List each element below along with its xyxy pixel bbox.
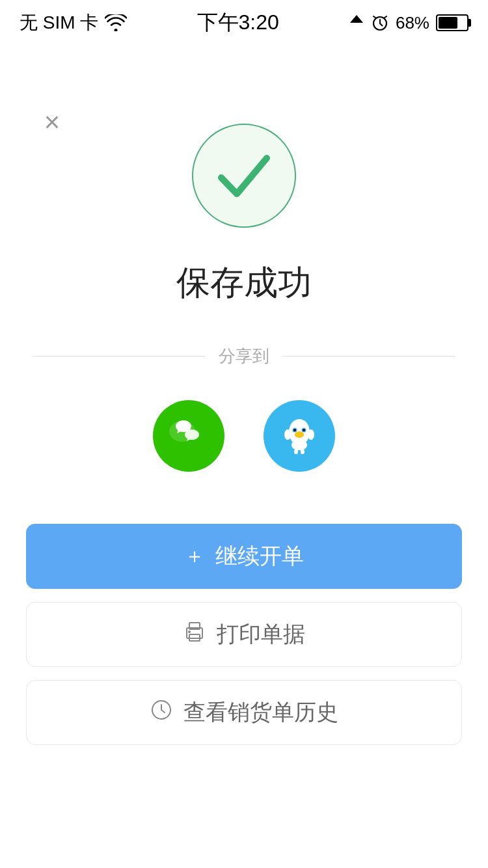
status-bar: 无 SIM 卡 下午3:20 68% <box>0 0 488 46</box>
share-label: 分享到 <box>206 345 282 368</box>
svg-rect-12 <box>301 449 305 454</box>
plus-icon: ＋ <box>184 542 205 571</box>
wechat-share-button[interactable] <box>153 400 224 472</box>
battery-percent: 68% <box>396 13 429 33</box>
continue-label: 继续开单 <box>215 541 304 571</box>
svg-point-7 <box>295 431 304 438</box>
divider-right <box>282 356 455 357</box>
share-divider: 分享到 <box>0 345 488 368</box>
print-label: 打印单据 <box>217 619 305 649</box>
svg-point-9 <box>308 429 314 440</box>
close-button[interactable]: × <box>33 103 72 142</box>
alarm-icon <box>371 14 389 32</box>
history-label: 查看销货单历史 <box>183 698 338 727</box>
sim-status: 无 SIM 卡 <box>20 10 98 35</box>
checkmark-icon <box>215 152 273 200</box>
history-icon <box>150 698 173 727</box>
svg-point-8 <box>284 429 291 440</box>
svg-point-5 <box>293 429 296 431</box>
qq-share-button[interactable] <box>264 400 335 472</box>
share-icons <box>153 400 335 472</box>
divider-left <box>33 356 206 357</box>
action-buttons: ＋ 继续开单 打印单据 查看销货单历史 <box>0 524 488 745</box>
wifi-icon <box>105 14 127 31</box>
history-button[interactable]: 查看销货单历史 <box>26 680 462 745</box>
svg-rect-11 <box>294 449 298 454</box>
success-circle <box>192 124 296 228</box>
status-time: 下午3:20 <box>197 8 279 37</box>
success-title: 保存成功 <box>176 260 312 306</box>
print-button[interactable]: 打印单据 <box>26 602 462 667</box>
svg-point-10 <box>291 440 307 450</box>
main-content: × 保存成功 分享到 <box>0 46 488 868</box>
qq-icon <box>277 414 321 458</box>
wechat-icon <box>167 417 211 455</box>
continue-button[interactable]: ＋ 继续开单 <box>26 524 462 589</box>
status-right: 68% <box>349 13 468 33</box>
location-icon <box>349 14 364 32</box>
print-icon <box>183 620 206 649</box>
status-left: 无 SIM 卡 <box>20 10 127 35</box>
battery-icon <box>436 14 468 31</box>
svg-point-6 <box>303 429 305 431</box>
svg-point-16 <box>188 631 191 633</box>
